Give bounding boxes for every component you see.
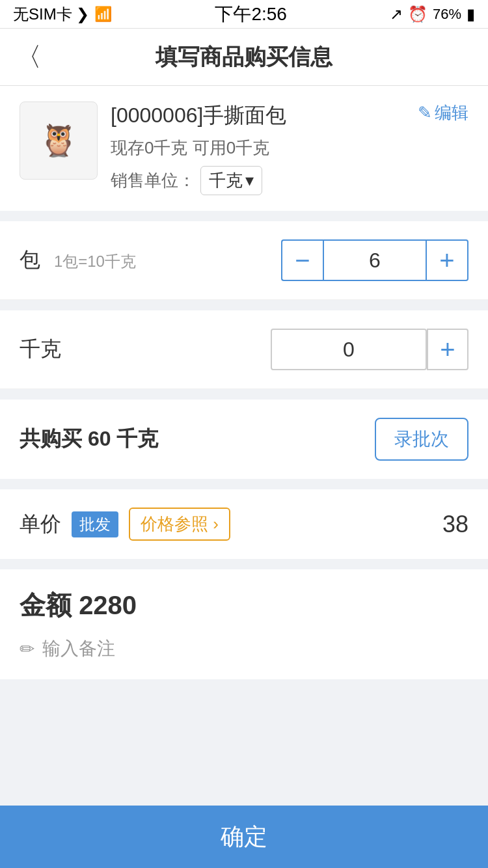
product-name: [0000006]手撕面包 xyxy=(111,102,286,130)
kg-plus-button[interactable]: + xyxy=(427,329,468,370)
kg-section: 千克 + xyxy=(0,310,488,389)
kg-input[interactable] xyxy=(271,329,427,370)
note-row[interactable]: ✏ 输入备注 xyxy=(20,636,468,661)
total-text: 共购买 60 千克 xyxy=(20,425,158,454)
amount-section: 金额 2280 ✏ 输入备注 xyxy=(0,569,488,679)
price-label: 单价 xyxy=(20,510,61,539)
product-thumbnail: 🦉 xyxy=(20,102,98,180)
status-left: 无SIM卡 ❯ 📶 xyxy=(13,4,112,25)
pack-section: 包 1包=10千克 − + xyxy=(0,221,488,300)
note-label: 输入备注 xyxy=(42,636,115,661)
pack-hint: 1包=10千克 xyxy=(54,252,136,270)
unit-select[interactable]: 千克 ▾ xyxy=(200,166,262,195)
price-section: 单价 批发 价格参照 › 38 xyxy=(0,489,488,559)
confirm-button[interactable]: 确定 xyxy=(0,806,488,868)
price-value: 38 xyxy=(442,511,468,538)
product-logo: 🦉 xyxy=(39,122,78,159)
back-button[interactable]: 〈 xyxy=(16,39,42,75)
note-icon: ✏ xyxy=(20,638,34,660)
pack-label: 包 1包=10千克 xyxy=(20,246,281,275)
amount-row: 金额 2280 xyxy=(20,588,468,623)
pack-stepper: − + xyxy=(281,239,468,281)
product-unit-row: 销售单位： 千克 ▾ xyxy=(111,166,468,195)
status-bar: 无SIM卡 ❯ 📶 下午2:56 ↗ ⏰ 76% ▮ xyxy=(0,0,488,29)
product-info: [0000006]手撕面包 ✎ 编辑 现存0千克 可用0千克 销售单位： 千克 … xyxy=(111,102,468,195)
alarm-icon: ⏰ xyxy=(408,5,427,23)
page-title: 填写商品购买信息 xyxy=(156,42,332,72)
kg-stepper: + xyxy=(271,329,468,370)
batch-button[interactable]: 录批次 xyxy=(375,418,468,461)
battery-indicator: 76% xyxy=(433,6,461,23)
price-tag: 批发 xyxy=(72,511,118,537)
total-unit: 千克 xyxy=(116,427,158,450)
dropdown-icon: ▾ xyxy=(245,170,254,191)
price-row: 单价 批发 价格参照 › 38 xyxy=(20,508,468,541)
battery-icon: ▮ xyxy=(467,5,475,23)
edit-icon: ✎ xyxy=(418,103,432,123)
pack-input[interactable] xyxy=(323,239,427,281)
edit-label: 编辑 xyxy=(435,102,468,124)
pack-minus-button[interactable]: − xyxy=(281,239,323,281)
status-right: ↗ ⏰ 76% ▮ xyxy=(390,5,475,23)
location-icon: ↗ xyxy=(390,5,403,23)
total-amount: 60 xyxy=(88,427,116,450)
pack-plus-button[interactable]: + xyxy=(427,239,468,281)
unit-value: 千克 xyxy=(209,169,243,192)
total-row: 共购买 60 千克 录批次 xyxy=(0,400,488,479)
sim-status: 无SIM卡 ❯ xyxy=(13,4,89,25)
product-header: [0000006]手撕面包 ✎ 编辑 xyxy=(111,102,468,130)
total-prefix: 共购买 xyxy=(20,427,82,450)
nav-bar: 〈 填写商品购买信息 xyxy=(0,29,488,86)
price-ref-button[interactable]: 价格参照 › xyxy=(129,508,230,541)
edit-button[interactable]: ✎ 编辑 xyxy=(418,102,468,124)
amount-value: 2280 xyxy=(79,591,137,619)
kg-label: 千克 xyxy=(20,335,271,364)
product-card: 🦉 [0000006]手撕面包 ✎ 编辑 现存0千克 可用0千克 销售单位： 千… xyxy=(0,86,488,211)
product-stock: 现存0千克 可用0千克 xyxy=(111,137,468,159)
amount-label: 金额 xyxy=(20,591,72,619)
unit-label: 销售单位： xyxy=(111,169,195,192)
status-time: 下午2:56 xyxy=(215,2,287,27)
pack-input-row: 包 1包=10千克 − + xyxy=(0,221,488,300)
wifi-icon: 📶 xyxy=(94,6,112,23)
kg-input-row: 千克 + xyxy=(0,310,488,389)
